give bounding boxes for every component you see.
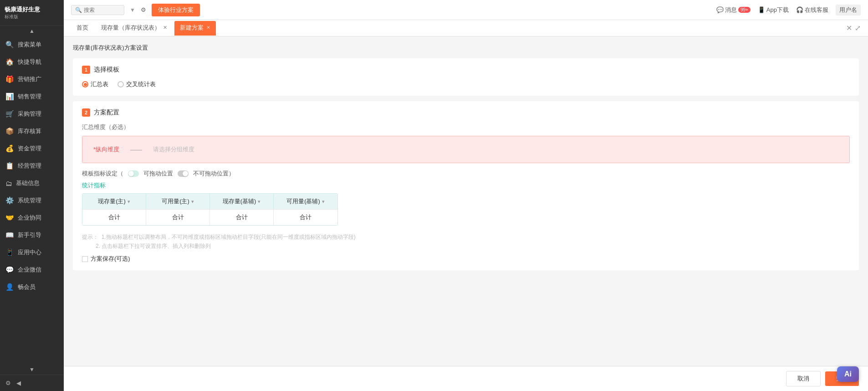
sidebar-item-member[interactable]: 👤 畅会员 — [0, 278, 64, 296]
tab-new-plan-close-btn[interactable]: ✕ — [206, 25, 210, 31]
stats-col-cell-4: 合计 — [274, 210, 337, 225]
sidebar-item-sales[interactable]: 📊 销售管理 — [0, 88, 64, 105]
search-input[interactable] — [84, 7, 120, 13]
cancel-button[interactable]: 取消 — [786, 371, 821, 386]
sidebar-item-inventory[interactable]: 📦 库存核算 — [0, 123, 64, 140]
topbar-search[interactable]: 🔍 — [71, 5, 124, 15]
sidebar-item-label: 企业微信 — [18, 266, 41, 274]
stats-table-row: 合计 合计 合计 合计 — [82, 209, 337, 225]
stats-col-header-4[interactable]: 可用量(基辅) ▾ — [274, 194, 337, 209]
tab-new-plan[interactable]: 新建方案 ✕ — [174, 21, 216, 36]
sidebar-item-purchase[interactable]: 🛒 采购管理 — [0, 105, 64, 123]
topbar-settings-icon[interactable]: ⚙ — [141, 6, 146, 13]
main-area: 🔍 ▼ ⚙ 体验行业方案 💬 消息 99+ 📱 App下载 🎧 在线客服 用户名 — [64, 0, 868, 391]
tab-inventory-status[interactable]: 现存量（库存状况表） ✕ — [96, 21, 173, 36]
sidebar-nav: 🔍 搜索菜单 🏠 快捷导航 🎁 营销推广 📊 销售管理 🛒 采购管理 📦 库存核… — [0, 36, 64, 365]
template-crosstab-label: 交叉统计表 — [126, 80, 156, 88]
sidebar-item-operations[interactable]: 📋 经营管理 — [0, 157, 64, 175]
sidebar-item-wechat[interactable]: 💬 企业微信 — [0, 261, 64, 278]
sidebar-item-app-center[interactable]: 📱 应用中心 — [0, 244, 64, 261]
chat-icon: 💬 — [5, 266, 14, 274]
sidebar-item-marketing[interactable]: 🎁 营销推广 — [0, 71, 64, 88]
dimension-box[interactable]: *纵向维度 —— 请选择分组维度 — [82, 136, 850, 163]
user-icon: 👤 — [5, 283, 14, 291]
cart-icon: 🛒 — [5, 110, 14, 118]
section2-num: 2 — [82, 108, 90, 117]
sidebar-item-label: 库存核算 — [18, 127, 41, 135]
home-icon: 🏠 — [5, 58, 14, 66]
chevron-down-icon-2[interactable]: ▾ — [191, 199, 194, 205]
headset-icon: 🎧 — [796, 6, 803, 13]
template-option-crosstab[interactable]: 交叉统计表 — [117, 80, 156, 88]
stats-col-header-2[interactable]: 可用量(主) ▾ — [146, 194, 210, 209]
sidebar-item-system[interactable]: ⚙️ 系统管理 — [0, 192, 64, 209]
sidebar-item-label: 系统管理 — [18, 196, 41, 205]
stats-col-header-1[interactable]: 现存量(主) ▾ — [82, 194, 146, 209]
save-checkbox[interactable] — [82, 256, 88, 262]
tab-home[interactable]: 首页 — [71, 21, 94, 36]
stats-col-header-3[interactable]: 现存量(基辅) ▾ — [210, 194, 274, 209]
sidebar-item-label: 畅会员 — [18, 283, 36, 291]
messages-area[interactable]: 💬 消息 99+ — [716, 6, 751, 14]
panel-controls: ✕ ⤢ — [846, 24, 861, 32]
non-draggable-label: 不可拖动位置） — [193, 170, 235, 178]
indicator-settings-label: 模板指标设定（ 可拖动位置 不可拖动位置） — [82, 170, 850, 178]
tip-2: 2. 点击标题栏下拉可设置排序、插入列和删除列 — [82, 242, 850, 250]
sidebar-item-label: 销售管理 — [18, 93, 41, 101]
panel-expand-btn[interactable]: ⤢ — [855, 24, 861, 32]
online-service-link[interactable]: 🎧 在线客服 — [796, 6, 828, 14]
sidebar-logo: 畅康通好生意 标准版 — [0, 0, 64, 26]
sidebar-item-cooperation[interactable]: 🤝 企业协同 — [0, 209, 64, 226]
gift-icon: 🎁 — [5, 75, 14, 83]
search-menu-icon: 🔍 — [5, 41, 14, 49]
tips-section: 提示： 1.拖动标题栏可以调整布局，不可跨维度或指标区域拖动栏目字段(只能在同一… — [82, 233, 850, 250]
sidebar-item-finance[interactable]: 💰 资金管理 — [0, 140, 64, 157]
phone-icon: 📱 — [5, 248, 14, 257]
tip-1: 提示： 1.拖动标题栏可以调整布局，不可跨维度或指标区域拖动栏目字段(只能在同一… — [82, 233, 850, 241]
sidebar-scroll-down[interactable]: ▼ — [0, 365, 64, 375]
page-title: 现存量(库存状况表)方案设置 — [73, 44, 859, 52]
app-name: 畅康通好生意 — [5, 5, 59, 14]
message-icon: 💬 — [716, 6, 724, 13]
radio-crosstab[interactable] — [117, 81, 124, 87]
messages-badge: 99+ — [738, 7, 751, 13]
sidebar-scroll-up[interactable]: ▲ — [0, 26, 64, 36]
dropdown-icon[interactable]: ▼ — [130, 7, 135, 13]
app-download-link[interactable]: 📱 App下载 — [758, 6, 789, 14]
sidebar-item-label: 经营管理 — [18, 162, 41, 170]
sidebar: 畅康通好生意 标准版 ▲ 🔍 搜索菜单 🏠 快捷导航 🎁 营销推广 📊 销售管理… — [0, 0, 64, 391]
sidebar-item-basic-info[interactable]: 🗂 基础信息 — [0, 175, 64, 192]
non-draggable-toggle — [178, 170, 189, 177]
stats-col-3-label: 现存量(基辅) — [223, 197, 256, 206]
section1-num: 1 — [82, 66, 90, 74]
tab-inventory-close-btn[interactable]: ✕ — [163, 25, 167, 31]
ai-fab-button[interactable]: Ai — [837, 366, 859, 382]
sidebar-item-label: 基础信息 — [16, 179, 40, 187]
tab-new-plan-label: 新建方案 — [180, 24, 204, 32]
panel-close-btn[interactable]: ✕ — [846, 24, 852, 32]
radio-summary[interactable] — [82, 81, 88, 87]
chevron-down-icon-1[interactable]: ▾ — [128, 199, 130, 205]
sidebar-item-new-guide[interactable]: 📖 新手引导 — [0, 226, 64, 244]
sidebar-item-quick-nav[interactable]: 🏠 快捷导航 — [0, 53, 64, 71]
search-icon: 🔍 — [75, 7, 82, 13]
save-option: 方案保存(可选) — [82, 255, 850, 263]
sidebar-item-label: 新手引导 — [18, 231, 41, 239]
scroll-down-btn[interactable]: ▼ — [29, 366, 35, 373]
section-plan-config: 2 方案配置 汇总维度（必选） *纵向维度 —— 请选择分组维度 模板指标设定（… — [73, 101, 859, 270]
stats-table-header: 现存量(主) ▾ 可用量(主) ▾ 现存量(基辅) ▾ 可用量(基辅) — [82, 194, 337, 209]
trial-btn[interactable]: 体验行业方案 — [152, 4, 200, 16]
sidebar-item-search-menu[interactable]: 🔍 搜索菜单 — [0, 36, 64, 53]
summary-dimension-label: 汇总维度（必选） — [82, 123, 850, 131]
sound-icon[interactable]: ◀ — [16, 380, 21, 386]
scroll-up-btn[interactable]: ▲ — [29, 28, 35, 34]
user-avatar[interactable]: 用户名 — [836, 5, 861, 15]
settings-icon[interactable]: ⚙ — [5, 380, 11, 386]
chevron-down-icon-4[interactable]: ▾ — [322, 199, 325, 205]
messages-label: 消息 — [725, 6, 737, 14]
box-icon: 📦 — [5, 127, 14, 135]
dimension-required: *纵向维度 — [93, 145, 119, 154]
draggable-toggle[interactable] — [128, 170, 139, 177]
chevron-down-icon-3[interactable]: ▾ — [258, 199, 260, 205]
template-option-summary[interactable]: 汇总表 — [82, 80, 108, 88]
